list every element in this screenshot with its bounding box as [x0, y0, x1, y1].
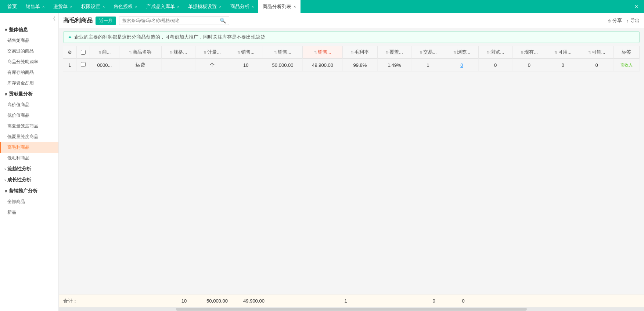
col-settings[interactable]: ⚙ — [63, 46, 76, 59]
sidebar-item-in-stock[interactable]: 有库存的商品 — [0, 67, 58, 78]
sidebar-item-high-margin[interactable]: 高毛利商品 — [0, 142, 58, 153]
nav-roles-close[interactable]: × — [135, 4, 137, 9]
col-browse1[interactable]: ⇅ 浏览... — [445, 46, 479, 59]
nav-product-inbound[interactable]: 产成品入库单 × — [142, 0, 184, 13]
col-checkbox[interactable] — [76, 46, 90, 59]
nav-product-analysis[interactable]: 商品分析 × — [226, 0, 258, 13]
sort-icon10: ⇅ — [420, 50, 422, 54]
nav-permissions[interactable]: 权限设置 × — [77, 0, 109, 13]
sidebar-item-high-value[interactable]: 高价值商品 — [0, 100, 58, 110]
col-browse2[interactable]: ⇅ 浏览... — [479, 46, 512, 59]
sidebar-collapse-button[interactable]: 《 — [0, 13, 58, 24]
top-navigation: 首页 销售单 × 进货单 × 权限设置 × 角色授权 × 产成品入库单 × 单据… — [0, 0, 644, 13]
total-sales3: 49,900.00 — [235, 298, 272, 304]
col-stock1[interactable]: ⇅ 现有... — [512, 46, 546, 59]
sidebar-group-contribution[interactable]: ∨ 贡献量分析 — [0, 88, 58, 100]
nav-roles[interactable]: 角色授权 × — [109, 0, 141, 13]
nav-purchase[interactable]: 进货单 × — [49, 0, 76, 13]
search-input[interactable] — [122, 18, 220, 23]
close-all-tabs[interactable]: × — [632, 3, 641, 10]
nav-sales[interactable]: 销售单 × — [21, 0, 49, 13]
nav-sales-close[interactable]: × — [42, 4, 44, 9]
tag-badge: 高收入 — [620, 63, 633, 67]
total-stock2: 0 — [449, 298, 478, 304]
sort-icon15: ⇅ — [588, 50, 591, 54]
horizontal-scrollbar[interactable] — [59, 307, 644, 311]
search-icon[interactable]: 🔍 — [220, 18, 226, 23]
col-sales2[interactable]: ⇅ 销售... — [263, 46, 303, 59]
nav-product-analysis-close[interactable]: × — [252, 4, 254, 9]
sidebar-item-traded[interactable]: 交易过的商品 — [0, 46, 58, 57]
row-unit: 个 — [195, 59, 229, 72]
search-box: 🔍 — [119, 16, 229, 25]
arrow-right-icon: › — [4, 167, 6, 171]
row-stock1: 0 — [512, 59, 546, 72]
sidebar-group-overall[interactable]: ∨ 整体信息 — [0, 24, 58, 35]
arrow-down-icon: ∨ — [4, 28, 7, 32]
select-all-checkbox[interactable] — [81, 50, 86, 55]
nav-product-analysis-list[interactable]: 商品分析列表 × — [258, 0, 300, 13]
sidebar-item-all-products[interactable]: 全部商品 — [0, 196, 58, 207]
date-filter-button[interactable]: 近一月 — [96, 17, 116, 25]
content-header: 高毛利商品 近一月 🔍 ⎋ 分享 ↑ 导出 — [59, 13, 644, 28]
col-sales1[interactable]: ⇅ 销售... — [229, 46, 263, 59]
nav-purchase-close[interactable]: × — [70, 4, 72, 9]
arrow-down-icon2: ∨ — [4, 92, 7, 97]
export-button[interactable]: ↑ 导出 — [626, 17, 640, 24]
row-checkbox[interactable] — [76, 59, 90, 72]
row-stock3: 0 — [580, 59, 614, 72]
row-stock2: 0 — [546, 59, 580, 72]
table-row: 1 0000... 运费 个 10 50,000.00 49,900.00 99… — [63, 59, 640, 72]
sidebar-item-low-freq[interactable]: 低夏量笼度商品 — [0, 131, 58, 142]
sidebar-item-high-freq[interactable]: 高夏量笼度商品 — [0, 121, 58, 131]
sidebar-group-marketing[interactable]: ∨ 营销推广分析 — [0, 185, 58, 196]
sort-icon3: ⇅ — [170, 50, 173, 54]
share-button[interactable]: ⎋ 分享 — [608, 17, 622, 24]
row-coverage: 1.49% — [378, 59, 411, 72]
col-coverage[interactable]: ⇅ 覆盖... — [378, 46, 411, 59]
product-table: ⚙ ⇅ 商... — [63, 46, 640, 72]
export-icon: ↑ — [626, 18, 629, 23]
nav-product-analysis-list-close[interactable]: × — [294, 4, 296, 9]
sort-icon5: ⇅ — [237, 50, 240, 54]
nav-template-close[interactable]: × — [219, 4, 221, 9]
sidebar-item-low-value[interactable]: 低价值商品 — [0, 110, 58, 121]
sort-icon7: ⇅ — [314, 50, 317, 54]
table-wrapper: ⚙ ⇅ 商... — [63, 46, 640, 294]
col-sales3[interactable]: ⇅ 销售... — [303, 46, 343, 59]
row-sales3: 49,900.00 — [303, 59, 343, 72]
notice-icon: ✦ — [68, 35, 72, 40]
nav-home[interactable]: 首页 — [3, 0, 21, 13]
nav-template[interactable]: 单据模板设置 × — [184, 0, 226, 13]
sort-icon13: ⇅ — [521, 50, 524, 54]
sidebar-group-trend[interactable]: › 流趋性分析 — [0, 163, 58, 174]
row-browse1[interactable]: 0 — [445, 59, 479, 72]
sort-icon: ⇅ — [98, 50, 101, 54]
sidebar-item-new-products[interactable]: 新品 — [0, 207, 58, 218]
sidebar-group-growth[interactable]: › 成长性分析 — [0, 174, 58, 185]
col-unit[interactable]: ⇅ 计量... — [195, 46, 229, 59]
col-gross-rate[interactable]: ⇅ 毛利率 — [342, 46, 377, 59]
total-label: 合计： — [63, 298, 78, 304]
main-layout: 《 ∨ 整体信息 销售笼商品 交易过的商品 商品分笼助购率 有库存的商品 库存资… — [0, 13, 644, 311]
share-icon: ⎋ — [608, 18, 611, 23]
row-trade: 1 — [411, 59, 445, 72]
col-spec[interactable]: ⇅ 规格... — [162, 46, 195, 59]
col-stock2[interactable]: ⇅ 可用... — [546, 46, 580, 59]
nav-product-inbound-close[interactable]: × — [177, 4, 179, 9]
sort-icon12: ⇅ — [487, 50, 490, 54]
sidebar-item-sales-cage[interactable]: 销售笼商品 — [0, 35, 58, 46]
sidebar-item-assist-purchase[interactable]: 商品分笼助购率 — [0, 57, 58, 67]
header-actions: ⎋ 分享 ↑ 导出 — [608, 17, 640, 24]
sidebar-item-low-margin[interactable]: 低毛利商品 — [0, 153, 58, 163]
nav-permissions-close[interactable]: × — [102, 4, 105, 9]
sidebar-item-capital-occupation[interactable]: 库存资金占用 — [0, 78, 58, 88]
arrow-right-icon2: › — [4, 178, 6, 182]
row-sales2: 50,000.00 — [263, 59, 303, 72]
row-select-checkbox[interactable] — [81, 62, 86, 67]
col-stock3[interactable]: ⇅ 可销... — [580, 46, 614, 59]
col-trade[interactable]: ⇅ 交易... — [411, 46, 445, 59]
row-gross-rate: 99.8% — [342, 59, 377, 72]
col-code[interactable]: ⇅ 商... — [90, 46, 119, 59]
col-name[interactable]: ⇅ 商品名称 — [119, 46, 162, 59]
